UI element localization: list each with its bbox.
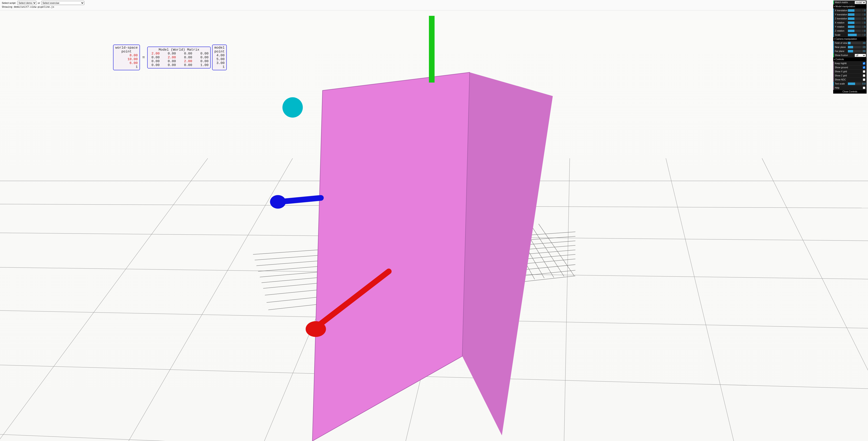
- control-x-translation: X translation0: [833, 8, 867, 13]
- control-label: Scale: [835, 34, 848, 36]
- select-show-frustum[interactable]: offon: [855, 54, 866, 57]
- svg-line-11: [564, 158, 570, 441]
- matrix-row-3: 0.00 0.00 0.00 1.00: [150, 63, 209, 67]
- slider-field-of-view[interactable]: [848, 42, 861, 44]
- slider-x-translation[interactable]: [848, 9, 861, 12]
- slider-y-translation[interactable]: [848, 13, 861, 16]
- matrix-title: Model (World) Matrix: [150, 48, 209, 52]
- control-label: Show X grid: [835, 70, 848, 73]
- control-far-plane: Far plane80: [833, 49, 867, 53]
- matrix-row-2: 0.00 0.00 2.00 0.00: [150, 59, 209, 63]
- world-row-1: 10.00: [115, 57, 138, 61]
- value-x-rotation[interactable]: 0: [862, 22, 866, 24]
- matrix-overlay: world-spacepoint 8.00 10.00 6.00 1 = Mod…: [113, 44, 227, 70]
- svg-line-7: [0, 158, 208, 441]
- value-text-scale[interactable]: 0.8: [862, 83, 866, 85]
- close-controls-button[interactable]: Close Controls: [833, 90, 867, 94]
- slider-scale[interactable]: [848, 34, 861, 36]
- watch-matrix-row: Watch matrix modelviewprojection: [833, 0, 867, 4]
- value-z-rotation[interactable]: 0: [862, 30, 866, 32]
- value-y-rotation[interactable]: 0: [862, 26, 866, 28]
- section-header[interactable]: ▾Camera manipulation: [833, 37, 867, 41]
- slider-near-plane[interactable]: [848, 46, 861, 49]
- section-header[interactable]: ▾Model manipulation: [833, 4, 867, 8]
- world-point-marker: [282, 97, 303, 118]
- svg-line-13: [762, 158, 868, 441]
- control-label: X translation: [835, 9, 848, 12]
- slider-z-translation[interactable]: [848, 18, 861, 20]
- control-label: Show frustum: [835, 54, 848, 57]
- checkbox-show-z-grid[interactable]: [863, 74, 865, 77]
- control-label: Help: [835, 87, 848, 89]
- model-row-3: 1: [214, 65, 224, 69]
- control-scale: Scale2: [833, 33, 867, 37]
- watch-matrix-select[interactable]: modelviewprojection: [855, 1, 866, 4]
- control-label: Far plane: [835, 50, 848, 53]
- checkbox-help[interactable]: [863, 87, 865, 89]
- select-demo-dropdown[interactable]: Select demo: [18, 1, 36, 5]
- control-label: X rotation: [835, 22, 848, 24]
- checkbox-keep-highlit[interactable]: [863, 62, 865, 65]
- section-header[interactable]: ▾Controls: [833, 57, 867, 61]
- slider-y-rotation[interactable]: [848, 26, 861, 28]
- svg-line-12: [666, 158, 734, 441]
- checkbox-show-x-grid[interactable]: [863, 70, 865, 73]
- control-show-z-grid: Show Z grid: [833, 74, 867, 78]
- control-y-translation: Y translation0: [833, 13, 867, 17]
- world-row-3: 1: [115, 65, 138, 69]
- model-point-box: modelpoint 4.00 5.00 3.00 1: [212, 44, 227, 70]
- control-text-scale: Text scale0.8: [833, 82, 867, 86]
- control-z-translation: Z translation0: [833, 17, 867, 21]
- value-x-translation[interactable]: 0: [862, 9, 866, 12]
- svg-marker-31: [462, 72, 553, 435]
- matrix-row-0: 2.00 0.00 0.00 0.00: [150, 52, 209, 56]
- value-field-of-view[interactable]: 40: [862, 42, 866, 44]
- control-label: Keep highlit: [835, 62, 848, 65]
- checkbox-show-ndc[interactable]: [863, 78, 865, 81]
- slider-z-rotation[interactable]: [848, 30, 861, 32]
- control-label: Text scale: [835, 83, 848, 85]
- control-label: Z rotation: [835, 30, 848, 32]
- slider-far-plane[interactable]: [848, 50, 861, 53]
- svg-marker-32: [312, 72, 470, 441]
- slider-x-rotation[interactable]: [848, 22, 861, 24]
- control-label: Field of view: [835, 42, 848, 44]
- control-field-of-view: Field of view40: [833, 41, 867, 45]
- matrix-row-1: 0.00 2.00 0.00 0.00: [150, 56, 209, 59]
- value-far-plane[interactable]: 80: [862, 50, 866, 53]
- model-row-2: 3.00: [214, 61, 224, 65]
- control-keep-highlit: Keep highlit: [833, 61, 867, 66]
- value-z-translation[interactable]: 0: [862, 18, 866, 20]
- control-label: Show ground: [835, 66, 848, 69]
- cube: [312, 72, 553, 441]
- control-show-ndc: Show NDC: [833, 78, 867, 82]
- equals-sign: =: [141, 55, 146, 60]
- value-scale[interactable]: 2: [862, 34, 866, 36]
- control-label: Y rotation: [835, 26, 848, 28]
- model-row-0: 4.00: [214, 54, 224, 57]
- control-near-plane: Near plane20: [833, 45, 867, 49]
- checkbox-show-ground[interactable]: [863, 66, 865, 69]
- control-show-ground: Show ground: [833, 66, 867, 70]
- svg-point-38: [270, 195, 286, 209]
- control-help: Help: [833, 86, 867, 90]
- select-exercise-dropdown[interactable]: Select exercise: [41, 1, 84, 5]
- slider-text-scale[interactable]: [848, 83, 861, 85]
- control-z-rotation: Z rotation0: [833, 29, 867, 33]
- topbar: Select script: Select demo or Select exe…: [0, 0, 868, 10]
- control-x-rotation: X rotation0: [833, 21, 867, 25]
- value-y-translation[interactable]: 0: [862, 13, 866, 16]
- control-label: Z translation: [835, 18, 848, 20]
- value-near-plane[interactable]: 20: [862, 46, 866, 49]
- model-world-matrix-box: Model (World) Matrix 2.00 0.00 0.00 0.00…: [147, 46, 211, 68]
- svg-line-6: [0, 430, 868, 441]
- svg-point-36: [306, 321, 326, 337]
- select-script-label: Select script:: [2, 2, 16, 4]
- control-label: Near plane: [835, 46, 848, 49]
- watch-matrix-label: Watch matrix: [835, 1, 848, 4]
- control-label: Show NDC: [835, 78, 848, 81]
- model-row-1: 5.00: [214, 57, 224, 61]
- control-y-rotation: Y rotation0: [833, 25, 867, 29]
- control-show-frustum: Show frustumoffon: [833, 53, 867, 57]
- svg-line-8: [129, 158, 292, 441]
